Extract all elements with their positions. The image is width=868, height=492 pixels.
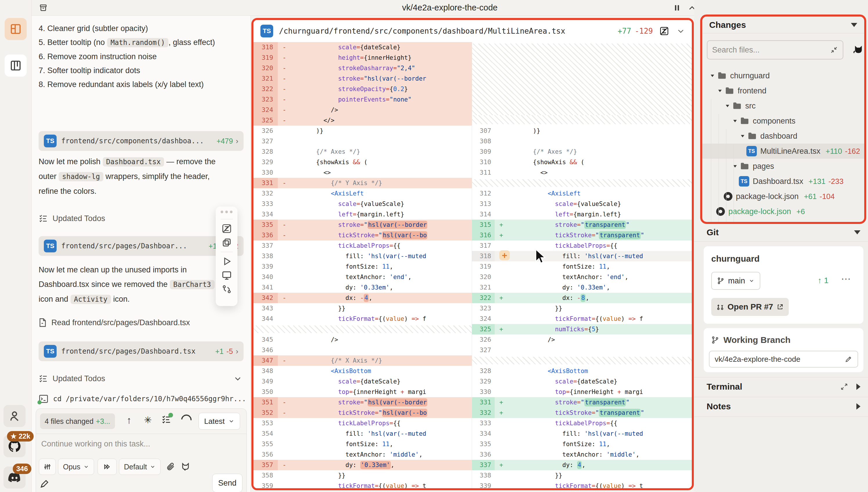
- caret-down-icon[interactable]: [739, 133, 746, 139]
- file-change-chip[interactable]: TS frontend/src/pages/Dashboar... +130 -…: [39, 236, 243, 256]
- files-added-count: +3...: [96, 417, 110, 425]
- caret-down-icon[interactable]: [731, 164, 739, 169]
- expand-icon[interactable]: [840, 383, 848, 391]
- account-button[interactable]: [3, 405, 26, 427]
- diff-row: 352- tickStroke="hsl(var(--bo: [253, 408, 472, 418]
- ts-file-icon: TS: [746, 146, 757, 156]
- diff-row: 314 left={margin.left}: [472, 209, 692, 220]
- list-item: 7. Softer tooltip indicator dots: [39, 64, 219, 77]
- diff-row: [472, 42, 692, 52]
- tree-file[interactable]: TSDashboard.tsx+131-233: [702, 174, 864, 189]
- diff-row: 318+ fill: 'hsl(var(--muted: [472, 251, 692, 262]
- tree-file[interactable]: TSMultiLineArea.tsx+110-162: [702, 144, 864, 159]
- edit-z-icon[interactable]: [220, 222, 233, 236]
- tree-file[interactable]: package-lock.json+61-104: [702, 189, 864, 204]
- user-icon: [8, 410, 21, 422]
- section-expand-icon[interactable]: [857, 403, 861, 410]
- diff-row: 351- stroke="hsl(var(--border: [253, 397, 472, 408]
- version-dropdown[interactable]: Latest: [198, 413, 240, 429]
- section-collapse-icon[interactable]: [854, 230, 861, 235]
- tree-folder-churnguard[interactable]: churnguard: [702, 68, 864, 83]
- diff-row: 335 fontSize: 11,: [472, 439, 692, 449]
- collapse-chevron-icon[interactable]: [677, 27, 685, 35]
- message-input[interactable]: Continue working on this task...: [41, 440, 150, 448]
- send-button[interactable]: Send: [212, 474, 242, 492]
- open-pr-button[interactable]: Open PR #7: [711, 298, 789, 316]
- branch-name: main: [728, 276, 745, 286]
- divider: [36, 434, 247, 434]
- pause-icon[interactable]: [672, 3, 682, 13]
- section-expand-icon[interactable]: [857, 384, 861, 390]
- edit-pencil-icon[interactable]: [845, 355, 852, 363]
- caret-down-icon[interactable]: [731, 118, 739, 124]
- edit-z-icon[interactable]: [659, 26, 669, 36]
- add-comment-button[interactable]: +: [499, 250, 510, 260]
- sparkle-icon[interactable]: ✳: [144, 415, 152, 425]
- todo-update-row[interactable]: Updated Todos: [39, 214, 105, 223]
- chevron-down-icon: [150, 464, 156, 470]
- file-change-chip[interactable]: TS frontend/src/pages/Dashboard.tsx +1 -…: [39, 341, 243, 361]
- file-search-input[interactable]: Search files...: [707, 40, 843, 59]
- search-placeholder: Search files...: [712, 46, 760, 54]
- spinner-icon: [181, 415, 192, 425]
- diff-row: 345 />: [253, 335, 472, 345]
- settings-sliders-button[interactable]: [39, 459, 56, 475]
- read-file-row[interactable]: Read frontend/src/pages/Dashboard.tsx: [39, 318, 190, 327]
- removed-count: -5: [227, 347, 233, 356]
- diff-row: 340 textAnchor: 'end',: [253, 272, 472, 282]
- drag-handle-icon[interactable]: [220, 211, 233, 213]
- cat-icon[interactable]: [181, 462, 190, 471]
- notes-section[interactable]: Notes: [707, 401, 861, 411]
- attachment-icon[interactable]: [166, 462, 175, 471]
- diff-row: 329 scale={dateScale}: [472, 376, 692, 387]
- layout-panel-button[interactable]: [5, 18, 27, 40]
- more-menu-icon[interactable]: ⋯: [841, 273, 852, 285]
- todo-update-row[interactable]: Updated Todos: [39, 374, 242, 383]
- terminal-command-row[interactable]: cd /private/var/folders/10/h7w0q46556ggr…: [39, 395, 246, 403]
- scribble-icon[interactable]: [40, 478, 50, 489]
- caret-down-icon[interactable]: [716, 88, 724, 93]
- diff-row: 327: [253, 136, 472, 147]
- section-collapse-icon[interactable]: [851, 23, 857, 27]
- chevron-right-icon: ›: [236, 137, 238, 146]
- changes-file-tree: churnguardfrontendsrccomponentsdashboard…: [702, 68, 864, 219]
- removed-count: -233: [828, 177, 844, 186]
- diff-row: [472, 115, 692, 126]
- read-file-label: Read frontend/src/pages/Dashboard.tsx: [51, 318, 190, 327]
- diff-left-pane: 318- scale={dateScale}319- height={inner…: [253, 42, 472, 488]
- diff-row: 336- tickStroke="hsl(var(--bo: [253, 230, 472, 241]
- working-branch-input[interactable]: vk/4e2a-explore-the-code: [709, 351, 858, 368]
- diff-row: 323 }}: [472, 303, 692, 314]
- scroll-up-icon[interactable]: ↑: [126, 415, 132, 426]
- chevron-down-icon[interactable]: [234, 374, 242, 383]
- tree-folder-src[interactable]: src: [702, 98, 864, 114]
- caret-down-icon[interactable]: [709, 73, 716, 78]
- kanban-board-button[interactable]: [5, 54, 27, 77]
- monitor-icon[interactable]: [220, 268, 233, 282]
- git-compare-icon[interactable]: [220, 282, 233, 296]
- diff-row: 337+ dy: 4,: [472, 460, 692, 470]
- tree-folder-pages[interactable]: pages: [702, 159, 864, 174]
- model-dropdown[interactable]: Opus: [58, 459, 94, 475]
- collapse-tree-icon[interactable]: [830, 46, 838, 54]
- files-changed-chip[interactable]: 4 files changed +3...: [40, 413, 115, 429]
- diff-row: 341 dy: '0.33em',: [253, 282, 472, 293]
- terminal-section[interactable]: Terminal: [707, 382, 861, 392]
- branch-dropdown[interactable]: main: [711, 272, 760, 290]
- play-icon[interactable]: [220, 254, 233, 268]
- changes-title: Changes: [709, 20, 746, 30]
- file-change-chip[interactable]: TS frontend/src/components/dashboa... +4…: [39, 131, 243, 151]
- archive-box-icon[interactable]: [39, 3, 48, 13]
- copy-icon[interactable]: [220, 236, 233, 249]
- mode-dropdown[interactable]: Default: [119, 459, 161, 475]
- tree-file[interactable]: package-lock.json+6: [702, 204, 864, 219]
- folder-icon: [725, 87, 734, 95]
- pull-request-icon: [717, 303, 724, 311]
- todos-icon[interactable]: [161, 415, 171, 424]
- tree-folder-frontend[interactable]: frontend: [702, 83, 864, 98]
- tree-folder-components[interactable]: components: [702, 114, 864, 128]
- fast-forward-button[interactable]: [97, 459, 117, 475]
- cat-icon[interactable]: [852, 43, 864, 56]
- tree-folder-dashboard[interactable]: dashboard: [702, 128, 864, 144]
- caret-down-icon[interactable]: [724, 103, 731, 108]
